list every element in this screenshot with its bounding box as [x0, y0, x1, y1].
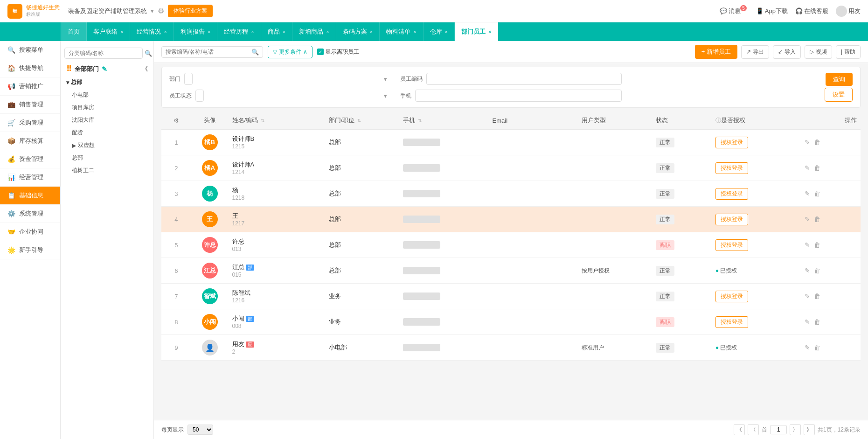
message-item[interactable]: 💬 消息 5: [720, 7, 749, 15]
dept-node-headquarters[interactable]: ▾ 总部: [61, 76, 153, 89]
sidebar-item-quick-nav[interactable]: 🏠 快捷导航: [0, 59, 60, 77]
dept-node-shuangxu[interactable]: ▶ 双虚想: [61, 139, 153, 152]
dept-select[interactable]: [184, 73, 193, 85]
close-icon[interactable]: ×: [120, 29, 123, 35]
show-resigned-checkbox[interactable]: ✓ 显示离职员工: [317, 48, 359, 56]
last-page-btn[interactable]: 》: [804, 424, 815, 435]
delete-icon[interactable]: 🗑: [814, 164, 820, 172]
page-input[interactable]: [770, 425, 787, 434]
close-icon[interactable]: ×: [208, 29, 210, 35]
edit-icon[interactable]: ✎: [805, 164, 810, 172]
sidebar-item-system[interactable]: ⚙️ 系统管理: [0, 205, 60, 223]
sidebar-item-search[interactable]: 🔍 搜索菜单: [0, 41, 60, 59]
edit-icon[interactable]: ✎: [805, 344, 810, 351]
dept-search-input[interactable]: [64, 48, 143, 59]
sort-icon[interactable]: ⇅: [261, 118, 264, 123]
dept-search-icon[interactable]: 🔍: [145, 50, 152, 57]
nav-item-home[interactable]: 首页: [61, 22, 87, 41]
dropdown-arrow-icon[interactable]: ▾: [151, 7, 154, 14]
edit-icon[interactable]: ✎: [805, 241, 810, 249]
gear-icon[interactable]: ⚙: [174, 117, 179, 124]
auth-login-btn[interactable]: 授权登录: [715, 214, 748, 225]
app-download-item[interactable]: 📱 App下载: [756, 7, 788, 15]
delete-icon[interactable]: 🗑: [814, 344, 820, 351]
close-icon[interactable]: ×: [488, 29, 491, 35]
view-btn[interactable]: ▷ 视频: [805, 45, 832, 59]
search-input[interactable]: [166, 49, 250, 55]
sidebar-item-inventory[interactable]: 📦 库存核算: [0, 132, 60, 150]
nav-item-dept-staff[interactable]: 部门员工 ×: [455, 22, 498, 41]
status-select[interactable]: [195, 90, 204, 102]
phone-input[interactable]: [415, 90, 622, 102]
prev-page-btn[interactable]: 〈: [748, 424, 759, 435]
sidebar-item-sales[interactable]: 💼 销售管理: [0, 96, 60, 114]
close-icon[interactable]: ×: [413, 29, 416, 35]
sidebar-item-collab[interactable]: 🤝 企业协同: [0, 223, 60, 241]
nav-item-barcode[interactable]: 条码方案 ×: [336, 22, 380, 41]
reset-btn[interactable]: 设置: [825, 88, 853, 102]
info-icon[interactable]: ⓘ: [715, 117, 721, 124]
dept-node-shenyang[interactable]: 沈阳大库: [61, 114, 153, 126]
sidebar-item-business[interactable]: 📊 经营管理: [0, 168, 60, 187]
close-icon[interactable]: ×: [251, 29, 254, 35]
sidebar-item-basic-info[interactable]: 📋 基础信息: [0, 187, 60, 205]
delete-icon[interactable]: 🗑: [814, 318, 820, 326]
sidebar-item-marketing[interactable]: 📢 营销推广: [0, 77, 60, 96]
close-icon[interactable]: ×: [164, 29, 167, 35]
export-btn[interactable]: ↗ 导出: [741, 45, 769, 59]
dept-node-planting[interactable]: 植树王二: [61, 164, 153, 177]
page-size-select[interactable]: 50 20 100: [187, 425, 213, 435]
nav-item-operation[interactable]: 经营情况 ×: [130, 22, 174, 41]
first-page-btn[interactable]: 《: [734, 424, 745, 435]
delete-icon[interactable]: 🗑: [814, 293, 820, 300]
nav-item-profit[interactable]: 利润报告 ×: [174, 22, 217, 41]
delete-icon[interactable]: 🗑: [814, 216, 820, 223]
user-item[interactable]: 用友: [836, 6, 861, 17]
close-icon[interactable]: ×: [283, 29, 285, 35]
next-page-btn[interactable]: 〉: [790, 424, 801, 435]
sort-icon[interactable]: ⇅: [357, 118, 361, 123]
auth-login-btn[interactable]: 授权登录: [715, 316, 748, 328]
nav-item-customer[interactable]: 客户联络 ×: [87, 22, 130, 41]
auth-login-btn[interactable]: 授权登录: [715, 162, 748, 174]
collapse-icon[interactable]: 《: [142, 65, 148, 73]
nav-item-add-goods[interactable]: 新增商品 ×: [292, 22, 336, 41]
sidebar-item-purchase[interactable]: 🛒 采购管理: [0, 114, 60, 132]
nav-item-history[interactable]: 经营历程 ×: [217, 22, 261, 41]
sidebar-item-guide[interactable]: 🌟 新手引导: [0, 241, 60, 259]
dept-node-distribution[interactable]: 配货: [61, 126, 153, 139]
edit-icon[interactable]: ✎: [805, 139, 810, 146]
edit-icon[interactable]: ✎: [102, 65, 107, 73]
dept-node-hq[interactable]: 总部: [61, 152, 153, 164]
emp-code-input[interactable]: [426, 73, 622, 85]
sort-icon[interactable]: ⇅: [418, 118, 422, 123]
nav-item-bom[interactable]: 物料清单 ×: [380, 22, 423, 41]
online-service-item[interactable]: 🎧 在线客服: [795, 7, 828, 15]
add-employee-btn[interactable]: + 新增员工: [695, 45, 737, 59]
delete-icon[interactable]: 🗑: [814, 241, 820, 249]
nav-item-warehouse[interactable]: 仓库 ×: [424, 22, 455, 41]
trial-btn[interactable]: 体验行业方案: [168, 5, 213, 17]
edit-icon[interactable]: ✎: [805, 216, 810, 223]
sidebar-item-finance[interactable]: 💰 资金管理: [0, 150, 60, 168]
import-btn[interactable]: ↙ 导入: [773, 45, 801, 59]
auth-login-btn[interactable]: 授权登录: [715, 239, 748, 251]
delete-icon[interactable]: 🗑: [814, 267, 820, 274]
settings-icon[interactable]: ⚙: [158, 7, 164, 15]
auth-login-btn[interactable]: 授权登录: [715, 291, 748, 302]
edit-icon[interactable]: ✎: [805, 318, 810, 326]
edit-icon[interactable]: ✎: [805, 293, 810, 300]
close-icon[interactable]: ×: [326, 29, 329, 35]
dept-node-xidian[interactable]: 小电部: [61, 89, 153, 101]
edit-icon[interactable]: ✎: [805, 190, 810, 197]
delete-icon[interactable]: 🗑: [814, 139, 820, 146]
edit-icon[interactable]: ✎: [805, 267, 810, 274]
help-btn[interactable]: | 帮助: [836, 45, 861, 59]
search-icon[interactable]: 🔍: [251, 49, 259, 56]
nav-item-goods[interactable]: 商品 ×: [261, 22, 292, 41]
auth-login-btn[interactable]: 授权登录: [715, 137, 748, 148]
auth-login-btn[interactable]: 授权登录: [715, 188, 748, 200]
dept-node-project[interactable]: 项目库房: [61, 101, 153, 114]
close-icon[interactable]: ×: [445, 29, 448, 35]
query-btn[interactable]: 查询: [826, 73, 853, 86]
